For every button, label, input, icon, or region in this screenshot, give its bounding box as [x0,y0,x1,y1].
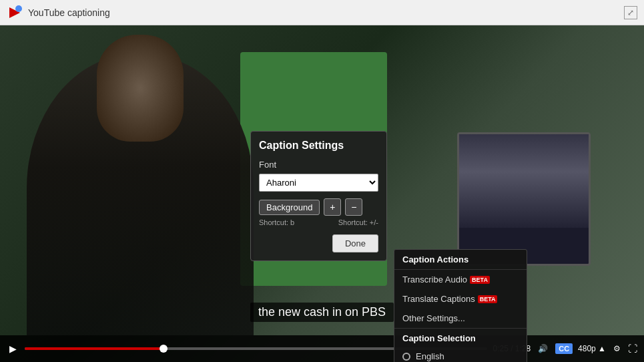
expand-button[interactable]: ⤢ [624,6,637,19]
decrease-size-button[interactable]: − [345,198,362,216]
shortcuts-row: Shortcut: b Shortcut: +/- [259,218,378,226]
translate-captions-label: Translate Captions [402,294,475,304]
caption-actions-panel: Caption Actions Transcribe Audio BETA Tr… [394,249,527,362]
translate-beta-badge: BETA [478,295,498,303]
transcribe-audio-label: Transcribe Audio [402,275,467,285]
font-label: Font [259,160,378,170]
mute-button[interactable]: 🔊 [536,343,550,355]
cc-button[interactable]: CC [555,343,573,354]
done-row: Done [259,234,378,252]
caption-actions-header: Caption Actions [394,250,527,270]
other-settings-item[interactable]: Other Settings... [394,309,527,328]
title-bar: YouTube captioning ⤢ [0,0,644,25]
english-option[interactable]: English [394,348,527,362]
transcribe-beta-badge: BETA [470,276,490,284]
background-button[interactable]: Background [259,200,320,215]
progress-fill [25,347,164,350]
quality-button[interactable]: 480p ▲ [578,344,606,353]
caption-settings-title: Caption Settings [259,140,378,152]
monitor-screen [459,134,589,228]
other-settings-label: Other Settings... [402,313,465,323]
window-title: YouTube captioning [28,7,624,18]
svg-point-1 [15,5,22,12]
background-row: Background + − [259,198,378,216]
translate-captions-item[interactable]: Translate Captions BETA [394,289,527,309]
fullscreen-button[interactable]: ⛶ [628,343,637,354]
person-head [97,35,184,142]
background-monitor [457,132,591,266]
caption-selection-header: Caption Selection [394,328,527,348]
shortcut-plusminus-text: Shortcut: +/- [338,218,378,226]
progress-thumb[interactable] [159,345,168,353]
increase-size-button[interactable]: + [324,198,341,216]
done-button[interactable]: Done [332,234,378,252]
caption-text: the new cash in on PBS [250,303,394,322]
caption-text-overlay: the new cash in on PBS [0,303,644,322]
app-logo [7,5,23,21]
play-button[interactable]: ▶ [7,342,19,355]
transcribe-audio-item[interactable]: Transcribe Audio BETA [394,270,527,289]
settings-button[interactable]: ⚙ [611,343,623,355]
english-label: English [416,351,444,361]
shortcut-b-text: Shortcut: b [259,218,294,226]
video-container: the new cash in on PBS Caption Settings … [0,25,644,362]
font-select[interactable]: Aharoni [259,174,378,192]
controls-bar: ▶ 0:25 / 1:28 🔊 CC 480p ▲ ⚙ ⛶ [0,335,644,362]
english-radio[interactable] [402,353,410,361]
caption-settings-popup: Caption Settings Font Aharoni Background… [250,131,387,261]
person-figure [27,55,254,335]
